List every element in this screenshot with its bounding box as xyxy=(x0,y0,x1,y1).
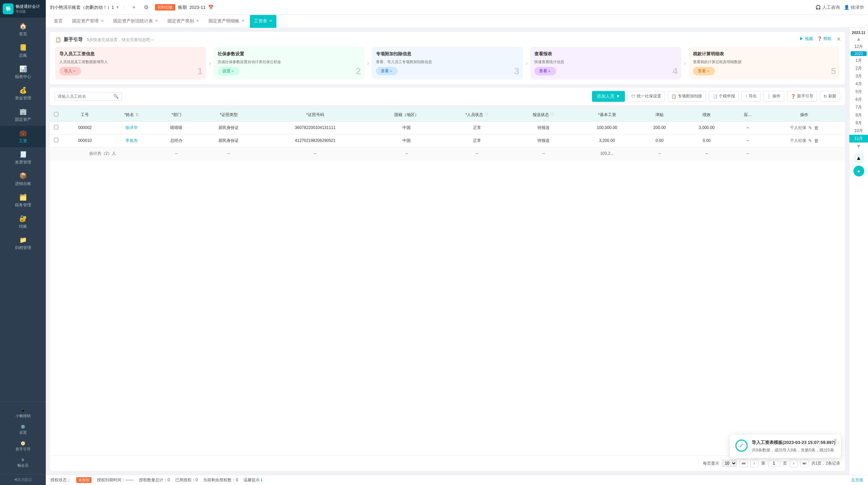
sidebar-item-member[interactable]: V 畅会员 xyxy=(1,455,44,471)
export-button[interactable]: ↑ 导出 xyxy=(742,91,761,101)
sidebar-item-archive[interactable]: 📁 归档管理 xyxy=(0,233,46,254)
sidebar-item-expense[interactable]: 📱 小畅报销 xyxy=(1,405,44,421)
rp-month-12[interactable]: 12月 xyxy=(849,43,868,51)
sidebar-item-invoicing[interactable]: 🧾 发票管理 xyxy=(0,147,46,169)
add-account-button[interactable]: ＋ xyxy=(129,3,139,12)
guide-button[interactable]: ❓ 新手引导 xyxy=(787,91,817,101)
rp-month-4[interactable]: 4月 xyxy=(849,80,868,88)
sidebar-item-guide[interactable]: 🧭 新手引导 xyxy=(1,439,44,454)
calendar-icon[interactable]: 📅 xyxy=(208,5,214,10)
toast-close-button[interactable]: ✕ xyxy=(833,437,837,443)
rp-month-10[interactable]: 10月 xyxy=(849,127,868,135)
employee-name-link-2[interactable]: 李俊杰 xyxy=(125,138,138,143)
export-icon: ↑ xyxy=(745,94,747,99)
sidebar-item-sales[interactable]: 📦 进销台账 xyxy=(0,169,46,190)
page-size-select[interactable]: 10 20 50 xyxy=(722,460,737,467)
wizard-step-5-button[interactable]: 查看＞ xyxy=(693,67,715,75)
cancel-fix-button[interactable]: ◀取消固定 xyxy=(0,474,46,485)
wizard-step-3-button[interactable]: 查看＞ xyxy=(376,67,398,75)
sidebar-item-payroll[interactable]: 💼 工资 xyxy=(0,126,46,147)
rp-month-6[interactable]: 6月 xyxy=(849,96,868,104)
row-nationality-2: 中国 xyxy=(371,134,443,147)
tab-fixed-assets[interactable]: 固定资产管理 ✕ xyxy=(68,15,108,28)
special-deduction-button[interactable]: 📋 专项附加扣除 xyxy=(668,91,706,101)
sidebar-item-closing[interactable]: 🔐 结账 xyxy=(0,211,46,233)
select-all-checkbox[interactable] xyxy=(54,112,58,116)
close-payroll-icon[interactable]: ✕ xyxy=(269,19,272,23)
wizard-step-3: 专项附加扣除信息 查看、导入员工专项附加扣除信息 查看＞ 3 xyxy=(372,47,522,79)
rp-month-9[interactable]: 9月 xyxy=(849,119,868,127)
wizard-help-link[interactable]: ❓ 帮助 xyxy=(817,36,831,42)
wizard-step-1-button[interactable]: 导入＞ xyxy=(59,67,81,75)
wizard-video-link[interactable]: ▶ 视频 xyxy=(800,36,813,42)
sidebar-item-funds[interactable]: 💰 资金管理 xyxy=(0,83,46,105)
rp-month-5[interactable]: 5月 xyxy=(849,88,868,96)
page-size-label: 每页显示 xyxy=(703,461,719,466)
add-person-button[interactable]: 添加人员 ▼ xyxy=(592,91,625,102)
delete-icon-1[interactable]: 🗑 xyxy=(814,125,818,130)
rp-month-3[interactable]: 3月 xyxy=(849,72,868,80)
wizard-close-button[interactable]: ✕ xyxy=(836,36,841,42)
rp-month-11[interactable]: 11月 xyxy=(849,135,868,143)
row-checkbox-2[interactable] xyxy=(54,138,58,142)
prev-page-button[interactable]: ‹ xyxy=(750,459,758,467)
sidebar-item-ledger[interactable]: 📒 总账 xyxy=(0,40,46,62)
row-checkbox-1[interactable] xyxy=(54,125,58,129)
sales-icon: 📦 xyxy=(19,172,27,180)
close-depreciation-icon[interactable]: ✕ xyxy=(155,19,158,23)
settings-button[interactable]: ⚙ xyxy=(141,3,151,12)
more-button[interactable]: ⋮ 操作 xyxy=(763,91,784,101)
col-apply: 应... xyxy=(732,109,764,122)
sidebar-item-reports[interactable]: 📊 报表中心 xyxy=(0,62,46,83)
tax-report-button[interactable]: 📑 个税申报 xyxy=(709,91,739,101)
wizard-step-4-button[interactable]: 查看＞ xyxy=(534,67,556,75)
rp-action-up[interactable]: ▲ xyxy=(853,153,864,164)
user-profile[interactable]: 👤 徐泽华 xyxy=(844,4,864,11)
rp-month-8[interactable]: 8月 xyxy=(849,111,868,119)
rp-action-current[interactable]: ● xyxy=(853,166,864,176)
delete-icon-2[interactable]: 🗑 xyxy=(814,138,818,143)
edit-icon-1[interactable]: ✎ xyxy=(808,125,812,130)
sidebar-item-tax[interactable]: 🗂️ 税务管理 xyxy=(0,190,46,211)
first-page-button[interactable]: ⏮ xyxy=(739,459,748,467)
row-nationality-1: 中国 xyxy=(371,121,443,134)
wizard-step-2-button[interactable]: 设置＞ xyxy=(218,67,239,75)
col-report-status[interactable]: 报送状态 ▽ xyxy=(511,109,576,122)
next-page-button[interactable]: › xyxy=(790,459,798,467)
individual-social-btn-1[interactable]: 个人社保 xyxy=(790,125,806,131)
page-input[interactable] xyxy=(768,460,780,467)
refresh-button[interactable]: ↻ 刷新 xyxy=(820,91,840,101)
tab-depreciation[interactable]: 固定资产折旧统计表 ✕ xyxy=(109,15,162,28)
recharge-link[interactable]: 去充值 xyxy=(851,477,863,483)
tab-home[interactable]: 首页 xyxy=(50,15,67,28)
account-selector[interactable]: 刘小艳演示账套（勿删勿动！）1 ▼ xyxy=(50,4,120,11)
arrow-3: › xyxy=(526,47,528,79)
rp-down-button[interactable]: ▼ xyxy=(849,143,868,150)
tab-asset-type[interactable]: 固定资产类别 ✕ xyxy=(163,15,203,28)
search-input[interactable] xyxy=(58,94,112,99)
employee-name-link-1[interactable]: 徐泽华 xyxy=(125,125,138,130)
col-name[interactable]: *姓名 ⇅ xyxy=(108,109,155,122)
rp-month-7[interactable]: 7月 xyxy=(849,104,868,111)
tab-payroll[interactable]: 工资表 ✕ xyxy=(250,15,276,28)
summary-dash-7: -- xyxy=(638,147,681,160)
rp-month-2[interactable]: 2月 xyxy=(849,64,868,72)
col-status[interactable]: *人员状态 ▽ xyxy=(442,109,511,122)
ai-service-button[interactable]: 🎧 人工咨询 xyxy=(815,4,840,11)
toolbar: 🔍 添加人员 ▼ 🛡 统一社保设置 📋 专项附加扣除 📑 个税申报 xyxy=(50,88,845,105)
edit-icon-2[interactable]: ✎ xyxy=(808,138,812,143)
close-fixed-assets-icon[interactable]: ✕ xyxy=(101,19,104,23)
close-asset-type-icon[interactable]: ✕ xyxy=(196,19,199,23)
rp-month-1[interactable]: 1月 xyxy=(849,57,868,64)
close-asset-detail-icon[interactable]: ✕ xyxy=(241,19,244,23)
individual-social-btn-2[interactable]: 个人社保 xyxy=(790,138,806,144)
sidebar-item-fixed-assets[interactable]: 🏢 固定资产 xyxy=(0,105,46,126)
social-security-button[interactable]: 🛡 统一社保设置 xyxy=(628,91,665,101)
tab-asset-detail[interactable]: 固定资产明细账 ✕ xyxy=(204,15,249,28)
wizard-step-2: 社保参数设置 完成社保参数设置自动计算社保公积金 设置＞ 2 xyxy=(214,47,364,79)
old-version-badge[interactable]: 切到旧版 xyxy=(155,4,175,11)
last-page-button[interactable]: ⏭ xyxy=(801,459,809,467)
sidebar-item-settings[interactable]: ⚙️ 设置 xyxy=(1,422,44,438)
rp-up-button[interactable]: ▲ xyxy=(849,35,868,43)
sidebar-item-home[interactable]: 🏠 首页 xyxy=(0,19,46,40)
